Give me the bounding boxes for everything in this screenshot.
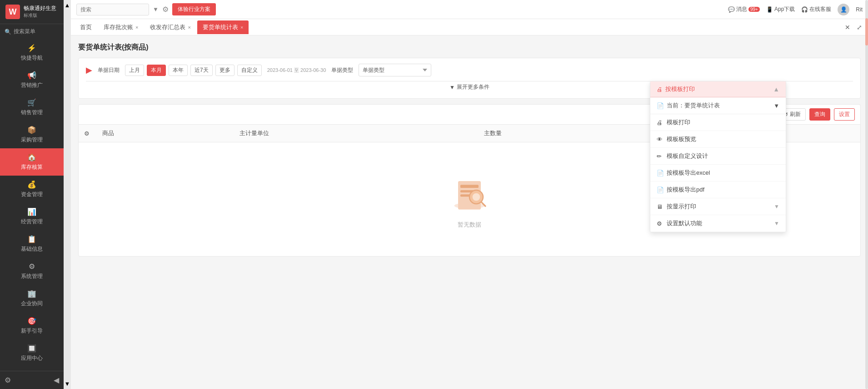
- order-type-select[interactable]: 单据类型: [359, 64, 431, 76]
- tabs-bar-right: ✕ ⤢: [843, 22, 864, 32]
- sidebar-item-system[interactable]: ⚙系统管理: [0, 258, 64, 285]
- sidebar-item-label-finance: 资金管理: [21, 191, 43, 198]
- print-item-template-custom[interactable]: ✏模板自定义设计: [650, 148, 786, 165]
- tab-close-order-stats[interactable]: ×: [240, 25, 243, 30]
- close-window-btn[interactable]: ✕: [843, 22, 853, 32]
- sidebar-item-sales[interactable]: 🛒销售管理: [0, 94, 64, 121]
- tab-home[interactable]: 首页: [75, 20, 97, 34]
- print-item-icon-template-preview: 👁: [657, 136, 663, 143]
- table-col-settings[interactable]: ⚙: [79, 125, 97, 142]
- sidebar-item-marketing[interactable]: 📢营销推广: [0, 66, 64, 94]
- online-service-btn[interactable]: 🎧 在线客服: [801, 5, 831, 13]
- messages-label: 消息: [736, 5, 747, 13]
- query-btn[interactable]: 查询: [809, 108, 830, 121]
- sidebar-item-app-center[interactable]: 🔲应用中心: [0, 339, 64, 367]
- scroll-down-btn[interactable]: ▼: [64, 195, 71, 389]
- topbar-dropdown-icon[interactable]: ▼: [153, 6, 159, 13]
- print-item-icon-template-export-pdf: 📄: [657, 187, 664, 193]
- sidebar-item-icon-operations: 📊: [27, 207, 36, 216]
- sidebar-item-label-enterprise: 企业协同: [21, 300, 43, 308]
- current-template-label[interactable]: 📄 当前：要货单统计表 ▼: [650, 97, 786, 114]
- sidebar-item-icon-purchase: 📦: [27, 126, 36, 134]
- content-scrollbar[interactable]: [865, 0, 868, 389]
- print-dropdown: 🖨 按模板打印 ▲ 📄 当前：要货单统计表 ▼ 🖨模板打印👁模板板预览✏模板自定…: [650, 81, 786, 232]
- scroll-up-btn[interactable]: ▲: [64, 0, 71, 195]
- date-btn-7days[interactable]: 近7天: [190, 65, 213, 76]
- order-type-label: 单据类型: [331, 66, 353, 74]
- tabs-bar: 首页库存批次账×收发存汇总表×要货单统计表× ✕ ⤢: [71, 19, 868, 35]
- print-dropdown-header: 🖨 按模板打印 ▲: [650, 81, 786, 97]
- sidebar-item-label-sales: 销售管理: [21, 109, 43, 116]
- current-chevron-icon: ▼: [773, 102, 779, 109]
- sidebar-item-base-info[interactable]: 📋基础信息: [0, 230, 64, 258]
- topbar-right: 💬 消息 99+ 📱 App下载 🎧 在线客服 👤 Rit: [728, 4, 863, 15]
- settings-btn[interactable]: 设置: [834, 108, 855, 121]
- settings-icon[interactable]: ⚙: [5, 376, 11, 384]
- print-item-icon-template-export-excel: 📄: [657, 170, 664, 177]
- sidebar-item-quick-nav[interactable]: ⚡快捷导航: [0, 39, 64, 66]
- print-item-template-export-excel[interactable]: 📄按模板导出excel: [650, 165, 786, 182]
- print-item-display-print[interactable]: 🖥按显示打印▼: [650, 198, 786, 215]
- sidebar-item-newbie[interactable]: 🎯新手引导: [0, 312, 64, 339]
- filter-row: ▶ 单据日期 上月本月本年近7天更多自定义 2023-06-01 至 2023-…: [86, 64, 853, 76]
- date-btn-prev-month[interactable]: 上月: [125, 65, 144, 76]
- app-badge: 标准版: [24, 12, 56, 19]
- print-item-icon-template-print: 🖨: [657, 119, 663, 126]
- topbar-left: ▼ ⚙ 体验行业方案: [76, 3, 216, 15]
- sidebar-item-icon-app-center: 🔲: [27, 344, 36, 353]
- template-icon: 📄: [657, 102, 664, 109]
- user-avatar[interactable]: 👤: [838, 4, 849, 15]
- print-item-template-export-pdf[interactable]: 📄按模板导出pdf: [650, 182, 786, 198]
- print-item-chevron-set-default: ▼: [774, 220, 779, 227]
- sidebar-item-icon-enterprise: 🏢: [27, 289, 36, 298]
- page-title: 要货单统计表(按商品): [78, 43, 861, 52]
- table-col-goods: 商品: [97, 125, 234, 142]
- sidebar-item-enterprise-wechat[interactable]: 💬企业微信: [0, 367, 64, 371]
- svg-point-6: [473, 193, 480, 201]
- printer-icon: 🖨: [657, 86, 663, 93]
- phone-icon: 📱: [766, 6, 773, 13]
- maximize-window-btn[interactable]: ⤢: [854, 22, 864, 32]
- topbar-search-input[interactable]: [76, 4, 149, 15]
- sidebar-search[interactable]: 🔍 搜索菜单: [0, 24, 64, 39]
- tab-order-stats[interactable]: 要货单统计表×: [197, 20, 249, 34]
- sidebar-item-purchase[interactable]: 📦采购管理: [0, 121, 64, 148]
- sidebar-search-label: 搜索菜单: [14, 28, 35, 35]
- sidebar-item-operations[interactable]: 📊经营管理: [0, 203, 64, 230]
- print-item-template-preview[interactable]: 👁模板板预览: [650, 131, 786, 148]
- tab-inventory-batch[interactable]: 库存批次账×: [98, 20, 144, 34]
- empty-text: 暂无数据: [458, 221, 481, 229]
- sidebar-item-inventory[interactable]: 🏠库存核算: [0, 148, 64, 176]
- sidebar-item-enterprise[interactable]: 🏢企业协同: [0, 285, 64, 312]
- sidebar-item-finance[interactable]: 💰资金管理: [0, 176, 64, 203]
- tab-close-inventory-batch[interactable]: ×: [135, 25, 138, 30]
- print-dropdown-close-btn[interactable]: ▲: [773, 86, 779, 93]
- print-item-label-template-export-pdf: 按模板导出pdf: [667, 186, 704, 194]
- date-btn-more[interactable]: 更多: [215, 65, 234, 76]
- app-download-btn[interactable]: 📱 App下载: [766, 5, 795, 13]
- print-item-set-default[interactable]: ⚙设置默认功能▼: [650, 215, 786, 232]
- sidebar-item-icon-finance: 💰: [27, 180, 36, 189]
- sidebar-bottom: ⚙ ◀: [0, 371, 64, 389]
- sidebar: W 畅康通好生意 标准版 🔍 搜索菜单 ⚡快捷导航📢营销推广🛒销售管理📦采购管理…: [0, 0, 64, 389]
- sidebar-item-icon-marketing: 📢: [27, 71, 36, 80]
- messages-btn[interactable]: 💬 消息 99+: [728, 5, 760, 13]
- tab-receipt-summary[interactable]: 收发存汇总表×: [145, 20, 196, 34]
- date-btn-current-month[interactable]: 本月: [147, 65, 166, 76]
- tab-close-receipt-summary[interactable]: ×: [188, 25, 190, 30]
- expand-icon: ▼: [449, 84, 455, 91]
- table-col-unit: 主计量单位: [234, 125, 479, 142]
- sidebar-item-label-base-info: 基础信息: [21, 245, 43, 253]
- messages-badge: 99+: [748, 7, 760, 12]
- headset-icon: 🎧: [801, 6, 808, 13]
- topbar-gear-icon[interactable]: ⚙: [162, 5, 169, 14]
- sidebar-item-label-operations: 经营管理: [21, 218, 43, 226]
- search-icon: 🔍: [5, 29, 11, 35]
- filter-collapse-btn[interactable]: ▶: [86, 65, 92, 75]
- date-filter-label: 单据日期: [98, 66, 120, 74]
- date-btn-current-year[interactable]: 本年: [169, 65, 188, 76]
- collapse-icon[interactable]: ◀: [54, 376, 59, 384]
- date-btn-custom[interactable]: 自定义: [237, 65, 262, 76]
- industry-btn[interactable]: 体验行业方案: [172, 3, 216, 15]
- print-item-template-print[interactable]: 🖨模板打印: [650, 114, 786, 131]
